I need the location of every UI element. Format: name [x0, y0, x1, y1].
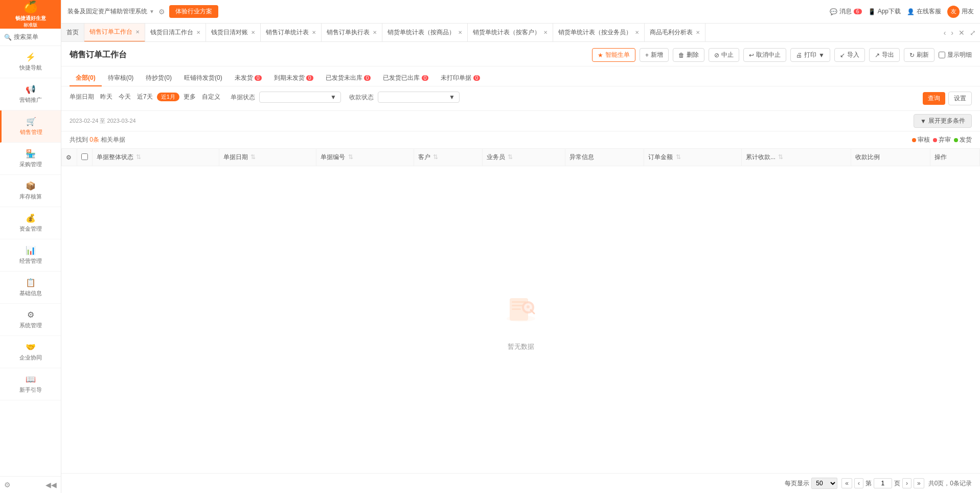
- sidebar-item-guide[interactable]: 📖 新手引导: [0, 368, 61, 400]
- topbar-message[interactable]: 💬 消息 6: [830, 7, 862, 16]
- subtab-shipped-out[interactable]: 已发货已出库 0: [377, 71, 435, 86]
- subtab-all[interactable]: 全部(0): [70, 71, 102, 86]
- th-checkbox[interactable]: [77, 149, 93, 166]
- tab-close-sales-exec[interactable]: ✕: [373, 30, 377, 35]
- tab-close-sales-summary-product[interactable]: ✕: [458, 30, 462, 35]
- date-btn-custom[interactable]: 自定义: [200, 92, 222, 102]
- subtab-shipped-not-out[interactable]: 已发货未出库 0: [320, 71, 377, 86]
- subtab-overdue[interactable]: 到期未发货 0: [268, 71, 320, 86]
- sidebar-item-basic[interactable]: 📋 基础信息: [0, 272, 61, 304]
- topbar-online-service[interactable]: 👤 在线客服: [907, 7, 941, 16]
- sidebar-item-marketing[interactable]: 📢 营销推广: [0, 78, 61, 110]
- page-input[interactable]: [874, 478, 892, 488]
- page-size-dropdown[interactable]: 20 50 100: [811, 478, 837, 489]
- date-btn-1month[interactable]: 近1月: [157, 93, 179, 101]
- tab-sales-summary-customer[interactable]: 销货单统计表（按客户） ✕: [468, 24, 553, 42]
- sort-number-icon: ⇅: [348, 153, 353, 161]
- filter-status-select[interactable]: ▼: [259, 92, 341, 103]
- filter-payment-select[interactable]: ▼: [378, 92, 460, 103]
- show-detail-label[interactable]: 显示明细: [939, 51, 972, 59]
- import-btn[interactable]: ↙ 导入: [834, 48, 865, 62]
- subtab-not-shipped[interactable]: 未发货 0: [229, 71, 268, 86]
- table-scroll[interactable]: ⚙ 单据整体状态 ⇅ 单据日期 ⇅: [61, 148, 980, 166]
- tab-close-sales-workbench[interactable]: ✕: [135, 29, 140, 35]
- cancel-suspend-btn[interactable]: ↩ 取消中止: [743, 48, 786, 62]
- ship-btn[interactable]: 发货: [954, 136, 972, 144]
- tab-close-sales-stats[interactable]: ✕: [312, 30, 316, 35]
- smart-btn[interactable]: ★ 智能生单: [592, 48, 635, 62]
- filter-bar: 单据日期 昨天 今天 近7天 近1月 更多 自定义 单据状态 ▼: [61, 86, 980, 111]
- tab-sales-exec[interactable]: 销售订单执行表 ✕: [322, 24, 382, 42]
- settings-btn[interactable]: 设置: [948, 92, 972, 105]
- subtab-pending-review[interactable]: 待审核(0): [102, 71, 140, 86]
- tab-sales-summary-product[interactable]: 销货单统计表（按商品） ✕: [382, 24, 468, 42]
- date-btn-yesterday[interactable]: 昨天: [98, 92, 115, 102]
- tab-sales-summary-staff[interactable]: 销货单统计表（按业务员） ✕: [553, 24, 645, 42]
- experience-btn[interactable]: 体验行业方案: [169, 5, 218, 18]
- topbar-app-download[interactable]: 📱 App下载: [868, 7, 901, 16]
- sidebar-item-system[interactable]: ⚙ 系统管理: [0, 304, 61, 336]
- prev-page-btn[interactable]: ‹: [854, 478, 863, 488]
- marketing-icon: 📢: [26, 84, 36, 94]
- tab-close-all-btn[interactable]: ✕: [956, 27, 967, 39]
- cancel-review-btn[interactable]: 弃审: [933, 136, 951, 144]
- sidebar-item-finance[interactable]: 💰 资金管理: [0, 207, 61, 239]
- sidebar-collapse-btn[interactable]: ◀◀: [45, 481, 57, 489]
- search-menu[interactable]: 🔍 搜索菜单: [0, 29, 61, 46]
- tab-cash-daily[interactable]: 钱货日清工作台 ✕: [145, 24, 206, 42]
- sidebar-item-operations[interactable]: 📊 经营管理: [0, 239, 61, 272]
- tab-sales-workbench[interactable]: 销售订单工作台 ✕: [84, 24, 145, 42]
- date-btn-today[interactable]: 今天: [117, 92, 133, 102]
- select-all-checkbox[interactable]: [81, 153, 88, 160]
- tab-close-gross-analysis[interactable]: ✕: [696, 30, 700, 35]
- subtab-wangpu[interactable]: 旺铺待发货(0): [178, 71, 229, 86]
- suspend-btn[interactable]: ⊘ 中止: [709, 48, 739, 62]
- th-status[interactable]: 单据整体状态 ⇅: [93, 149, 219, 166]
- tab-close-cash-reconcile[interactable]: ✕: [251, 30, 255, 35]
- delete-btn[interactable]: 🗑 删除: [673, 48, 704, 62]
- tab-prev-btn[interactable]: ‹: [942, 27, 948, 39]
- th-staff[interactable]: 业务员 ⇅: [482, 149, 565, 166]
- tab-gross-analysis[interactable]: 商品毛利分析表 ✕: [645, 24, 705, 42]
- review-btn[interactable]: 审核: [912, 136, 930, 144]
- table-count: 共找到 0条 相关单据: [70, 136, 125, 144]
- tab-fullscreen-btn[interactable]: ⤢: [968, 27, 978, 39]
- next-page-btn[interactable]: ›: [902, 478, 911, 488]
- topbar-user[interactable]: 友 用友: [947, 6, 974, 18]
- sidebar-item-sales[interactable]: 🛒 销售管理: [0, 110, 61, 143]
- tab-cash-reconcile[interactable]: 钱货日清对账 ✕: [206, 24, 261, 42]
- date-btn-7days[interactable]: 近7天: [135, 92, 155, 102]
- expand-btn[interactable]: ▼ 展开更多条件: [914, 114, 972, 128]
- topbar-gear-icon[interactable]: ⚙: [158, 8, 165, 16]
- refresh-btn[interactable]: ↻ 刷新: [904, 48, 935, 62]
- date-btn-more[interactable]: 更多: [181, 92, 198, 102]
- th-date[interactable]: 单据日期 ⇅: [219, 149, 316, 166]
- th-number[interactable]: 单据编号 ⇅: [316, 149, 414, 166]
- sidebar-item-quick-nav[interactable]: ⚡ 快捷导航: [0, 46, 61, 78]
- sidebar-item-enterprise[interactable]: 🤝 企业协同: [0, 336, 61, 368]
- sidebar-item-purchase[interactable]: 🏪 采购管理: [0, 143, 61, 175]
- last-page-btn[interactable]: »: [914, 478, 924, 488]
- tab-close-sales-summary-staff[interactable]: ✕: [635, 30, 639, 35]
- finance-icon: 💰: [26, 213, 36, 223]
- tab-home[interactable]: 首页: [61, 24, 84, 42]
- add-btn[interactable]: + 新增: [640, 48, 669, 62]
- sidebar-settings-btn[interactable]: ⚙: [4, 481, 11, 489]
- th-gear[interactable]: ⚙: [62, 149, 77, 166]
- th-collected[interactable]: 累计收款... ⇅: [741, 149, 851, 166]
- query-btn[interactable]: 查询: [923, 92, 945, 105]
- sidebar-item-inventory[interactable]: 📦 库存核算: [0, 175, 61, 207]
- subtab-not-printed[interactable]: 未打印单据 0: [435, 71, 486, 86]
- th-amount[interactable]: 订单金额 ⇅: [644, 149, 742, 166]
- tab-next-btn[interactable]: ›: [949, 27, 955, 39]
- th-customer[interactable]: 客户 ⇅: [414, 149, 483, 166]
- tab-sales-stats[interactable]: 销售订单统计表 ✕: [261, 24, 322, 42]
- show-detail-checkbox[interactable]: [939, 52, 945, 58]
- tab-close-sales-summary-customer[interactable]: ✕: [543, 30, 548, 35]
- filter-status-group: 单据状态 ▼: [231, 92, 341, 103]
- tab-close-cash-daily[interactable]: ✕: [196, 30, 200, 35]
- print-btn[interactable]: 🖨 打印 ▼: [790, 48, 830, 62]
- subtab-pending-inspect[interactable]: 待抄货(0): [140, 71, 178, 86]
- first-page-btn[interactable]: «: [841, 478, 852, 488]
- export-btn[interactable]: ↗ 导出: [869, 48, 900, 62]
